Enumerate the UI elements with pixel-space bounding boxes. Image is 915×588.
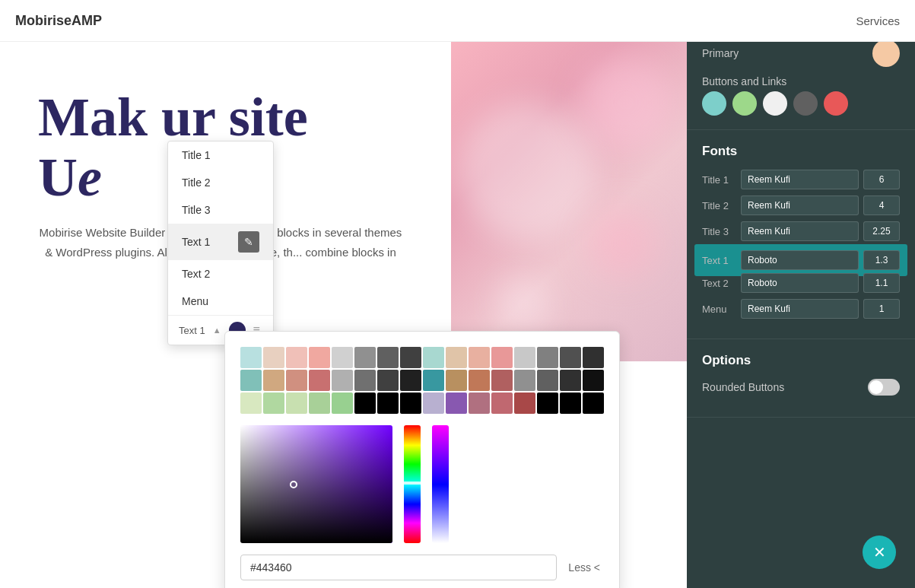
font-size-input[interactable] xyxy=(863,299,900,319)
color-swatch[interactable] xyxy=(446,393,467,414)
dropdown-item-text2[interactable]: Text 2 xyxy=(168,260,273,288)
color-swatch[interactable] xyxy=(263,347,284,368)
color-swatch[interactable] xyxy=(286,347,307,368)
dropdown-item-title3[interactable]: Title 3 xyxy=(168,196,273,224)
color-swatch[interactable] xyxy=(469,370,490,391)
color-swatch[interactable] xyxy=(309,370,330,391)
color-swatch[interactable] xyxy=(354,370,376,391)
close-icon: ✕ xyxy=(873,543,886,561)
primary-color-swatch[interactable] xyxy=(872,40,900,67)
font-size-input[interactable] xyxy=(863,170,900,189)
link-color-swatch[interactable] xyxy=(732,91,757,116)
rounded-buttons-toggle[interactable] xyxy=(868,379,900,396)
color-swatch[interactable] xyxy=(400,347,421,368)
dropdown-item-menu[interactable]: Menu xyxy=(168,288,273,315)
color-swatch[interactable] xyxy=(560,347,581,368)
primary-label: Primary xyxy=(702,47,739,59)
color-swatch[interactable] xyxy=(354,347,376,368)
options-title: Options xyxy=(702,353,900,368)
font-size-input[interactable] xyxy=(863,195,900,215)
font-row-label: Text 2 xyxy=(702,278,736,289)
color-swatch[interactable] xyxy=(377,393,399,414)
color-swatch[interactable] xyxy=(423,347,444,368)
font-style-dropdown: Title 1 Title 2 Title 3 Text 1 ✎ Text 2 … xyxy=(167,141,274,345)
alpha-bar[interactable] xyxy=(432,425,449,543)
hue-bar[interactable] xyxy=(404,425,421,543)
color-swatch[interactable] xyxy=(491,370,513,391)
color-swatch[interactable] xyxy=(514,370,535,391)
color-swatch[interactable] xyxy=(537,347,558,368)
font-select[interactable]: Roboto xyxy=(741,273,859,293)
color-swatch[interactable] xyxy=(332,347,353,368)
font-size-input[interactable] xyxy=(863,221,900,241)
hex-input[interactable] xyxy=(240,555,557,580)
buttons-links-row: Buttons and Links xyxy=(702,75,900,116)
color-swatch[interactable] xyxy=(560,393,581,414)
color-swatch[interactable] xyxy=(423,370,444,391)
font-size-input[interactable] xyxy=(863,273,900,293)
font-select[interactable]: Reem Kufi xyxy=(741,299,859,319)
less-button[interactable]: Less < xyxy=(564,561,604,574)
edit-text1-button[interactable]: ✎ xyxy=(238,231,259,253)
color-swatch[interactable] xyxy=(332,370,353,391)
dropdown-item-text1[interactable]: Text 1 ✎ xyxy=(168,224,273,260)
font-select[interactable]: Roboto xyxy=(741,250,859,270)
color-swatch[interactable] xyxy=(377,347,399,368)
color-swatch[interactable] xyxy=(286,370,307,391)
hue-indicator xyxy=(404,482,421,485)
font-row-label: Menu xyxy=(702,304,736,315)
font-row-label: Title 1 xyxy=(702,174,736,186)
color-swatch[interactable] xyxy=(400,370,421,391)
color-swatch[interactable] xyxy=(491,393,513,414)
gradient-picker[interactable] xyxy=(240,425,392,543)
color-swatch[interactable] xyxy=(446,370,467,391)
dropdown-footer-label: Text 1 xyxy=(179,325,205,336)
buttons-links-label: Buttons and Links xyxy=(702,75,786,87)
color-picker-panel: Less < xyxy=(224,331,620,588)
color-swatch[interactable] xyxy=(309,347,330,368)
link-color-swatch[interactable] xyxy=(824,91,848,116)
rounded-buttons-row: Rounded Buttons xyxy=(702,379,900,396)
color-swatch[interactable] xyxy=(286,393,307,414)
link-color-swatch[interactable] xyxy=(763,91,787,116)
color-swatch[interactable] xyxy=(446,347,467,368)
color-swatch[interactable] xyxy=(377,370,399,391)
swatches-grid xyxy=(240,347,604,414)
color-swatch[interactable] xyxy=(583,347,604,368)
color-swatch[interactable] xyxy=(400,393,421,414)
color-swatch[interactable] xyxy=(240,393,262,414)
color-swatch[interactable] xyxy=(423,393,444,414)
nav-links[interactable]: Services xyxy=(856,14,900,27)
color-swatch[interactable] xyxy=(240,370,262,391)
font-row-title2: Title 2Reem Kufi xyxy=(702,195,900,215)
hex-row: Less < xyxy=(240,555,604,580)
fonts-title: Fonts xyxy=(702,144,900,159)
color-swatch[interactable] xyxy=(491,347,513,368)
font-select[interactable]: Reem Kufi xyxy=(741,221,859,241)
color-swatch[interactable] xyxy=(537,393,558,414)
font-select[interactable]: Reem Kufi xyxy=(741,170,859,189)
link-color-swatch[interactable] xyxy=(793,91,818,116)
color-swatch[interactable] xyxy=(514,393,535,414)
link-color-swatch[interactable] xyxy=(702,91,726,116)
dropdown-item-title1[interactable]: Title 1 xyxy=(168,141,273,169)
color-swatch[interactable] xyxy=(469,393,490,414)
color-swatch[interactable] xyxy=(560,370,581,391)
color-swatch[interactable] xyxy=(583,393,604,414)
dropdown-item-title2[interactable]: Title 2 xyxy=(168,169,273,196)
buttons-links-swatches xyxy=(702,91,900,116)
close-button[interactable]: ✕ xyxy=(863,536,896,569)
color-swatch[interactable] xyxy=(240,347,262,368)
color-swatch[interactable] xyxy=(309,393,330,414)
font-select[interactable]: Reem Kufi xyxy=(741,195,859,215)
font-size-input[interactable] xyxy=(863,250,900,270)
color-swatch[interactable] xyxy=(537,370,558,391)
color-swatch[interactable] xyxy=(332,393,353,414)
color-swatch[interactable] xyxy=(263,393,284,414)
color-swatch[interactable] xyxy=(354,393,376,414)
hero-image xyxy=(451,42,687,361)
color-swatch[interactable] xyxy=(469,347,490,368)
color-swatch[interactable] xyxy=(263,370,284,391)
color-swatch[interactable] xyxy=(583,370,604,391)
color-swatch[interactable] xyxy=(514,347,535,368)
